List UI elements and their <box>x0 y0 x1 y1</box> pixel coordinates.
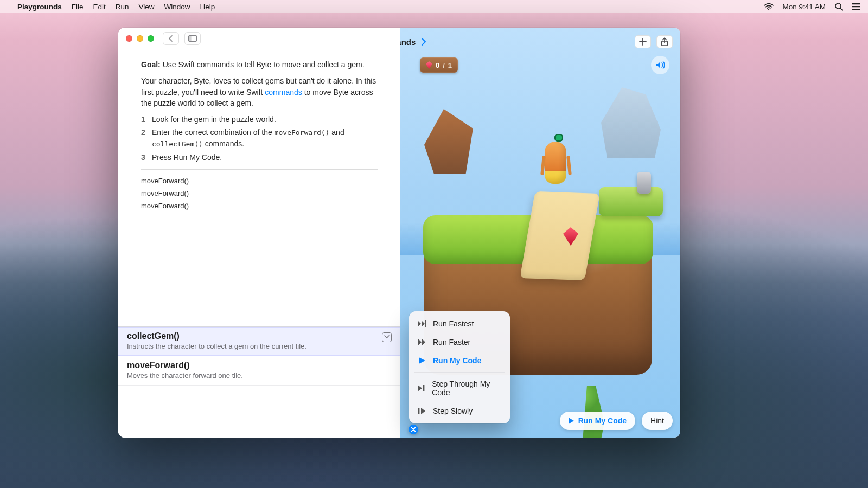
svg-rect-6 <box>189 35 192 41</box>
step-slowly-option[interactable]: Step Slowly <box>409 402 510 420</box>
svg-rect-4 <box>852 9 860 10</box>
app-menu[interactable]: Playgrounds <box>17 3 62 11</box>
menu-window[interactable]: Window <box>164 3 190 11</box>
completion-desc: Instructs the character to collect a gem… <box>127 342 392 350</box>
completion-title: collectGem() <box>127 331 392 341</box>
button-label: Hint <box>650 416 664 425</box>
chevron-right-icon[interactable] <box>421 38 426 46</box>
code-editor[interactable]: moveForward() moveForward() moveForward(… <box>141 176 378 211</box>
button-label: Run My Code <box>578 416 627 425</box>
divider <box>141 169 378 170</box>
completion-item[interactable]: moveForward() Moves the character forwar… <box>118 356 400 386</box>
menu-label: Run My Code <box>433 356 481 365</box>
fast-forward-icon <box>418 339 426 345</box>
lesson-text: and <box>329 128 344 137</box>
minimize-window[interactable] <box>137 35 143 42</box>
close-popover-button[interactable] <box>409 425 418 434</box>
menu-label: Step Slowly <box>433 407 473 415</box>
completion-item[interactable]: collectGem() Instructs the character to … <box>118 327 400 356</box>
svg-rect-10 <box>418 408 419 414</box>
svg-rect-3 <box>852 6 860 7</box>
page-title[interactable]: Issuing Commands <box>400 37 416 47</box>
inline-code: collectGem() <box>152 140 203 148</box>
window-controls <box>126 35 157 42</box>
step-slow-icon <box>418 408 426 414</box>
menubar-clock[interactable]: Mon 9:41 AM <box>782 3 826 11</box>
menu-separator <box>414 372 505 373</box>
play-icon <box>418 357 426 364</box>
code-line[interactable]: moveForward() <box>141 189 378 199</box>
goal-text: Use Swift commands to tell Byte to move … <box>163 60 365 69</box>
lesson-paragraph: Your character, Byte, loves to collect g… <box>141 75 378 108</box>
menu-file[interactable]: File <box>72 3 84 11</box>
menu-label: Run Faster <box>433 338 470 346</box>
lesson-content: Goal: Use Swift commands to tell Byte to… <box>118 49 400 217</box>
gems-separator: / <box>443 61 445 69</box>
code-line[interactable]: moveForward() <box>141 176 378 187</box>
run-bar: Run My Code Hint <box>560 412 673 430</box>
lesson-steps: Look for the gem in the puzzle world. En… <box>141 114 378 163</box>
run-my-code-button[interactable]: Run My Code <box>560 412 635 430</box>
nav-back-button[interactable] <box>163 32 179 45</box>
gems-current: 0 <box>436 61 439 69</box>
spotlight-icon[interactable] <box>834 2 843 11</box>
menu-help[interactable]: Help <box>200 3 215 11</box>
gems-total: 1 <box>448 61 452 69</box>
menu-edit[interactable]: Edit <box>93 3 106 11</box>
lesson-text: Enter the correct combination of the <box>152 128 275 137</box>
desktop: Playgrounds File Edit Run View Window He… <box>0 0 868 488</box>
byte-character <box>538 134 574 199</box>
playgrounds-window: Goal: Use Swift commands to tell Byte to… <box>118 28 680 438</box>
editor-pane: Goal: Use Swift commands to tell Byte to… <box>118 28 400 438</box>
completion-desc: Moves the character forward one tile. <box>127 371 392 380</box>
lesson-step-1: Look for the gem in the puzzle world. <box>141 114 378 125</box>
gem-icon <box>563 227 578 246</box>
svg-rect-2 <box>852 3 860 4</box>
fast-forward-icon <box>418 320 426 327</box>
control-center-icon[interactable] <box>852 3 860 10</box>
run-options-popover: Run Fastest Run Faster Run My Code Step … <box>409 311 510 423</box>
lesson-text: commands. <box>203 139 244 148</box>
inline-code: moveForward() <box>275 129 330 137</box>
completion-title: moveForward() <box>127 361 392 370</box>
svg-rect-9 <box>423 385 424 391</box>
chevron-down-icon[interactable] <box>382 332 392 342</box>
step-icon <box>418 385 425 391</box>
toggle-sidebar-button[interactable] <box>184 32 201 45</box>
share-button[interactable] <box>656 35 673 48</box>
play-icon <box>569 418 574 424</box>
lesson-step-2: Enter the correct combination of the mov… <box>141 127 378 150</box>
menu-label: Step Through My Code <box>432 380 501 397</box>
left-toolbar <box>118 28 400 49</box>
code-completion-panel: collectGem() Instructs the character to … <box>118 326 400 438</box>
gem-icon <box>426 61 432 69</box>
menu-run[interactable]: Run <box>116 3 129 11</box>
menubar: Playgrounds File Edit Run View Window He… <box>0 0 868 13</box>
breadcrumb: Issuing Commands <box>400 37 426 47</box>
add-button[interactable] <box>635 35 651 48</box>
menu-label: Run Fastest <box>433 319 474 328</box>
menu-view[interactable]: View <box>139 3 155 11</box>
close-window[interactable] <box>126 35 132 42</box>
lesson-step-3: Press Run My Code. <box>141 152 378 163</box>
gem-counter: 0/1 <box>420 57 458 73</box>
hint-button[interactable]: Hint <box>642 412 673 430</box>
run-my-code-option[interactable]: Run My Code <box>409 351 510 370</box>
goal-label: Goal: <box>141 60 161 69</box>
commands-link[interactable]: commands <box>265 88 302 97</box>
run-faster-option[interactable]: Run Faster <box>409 333 510 351</box>
zoom-window[interactable] <box>148 35 154 42</box>
step-through-option[interactable]: Step Through My Code <box>409 375 510 402</box>
svg-point-0 <box>768 9 769 10</box>
wifi-icon[interactable] <box>764 3 774 10</box>
code-line[interactable]: moveForward() <box>141 201 378 211</box>
right-toolbar: Issuing Commands <box>400 32 680 52</box>
audio-toggle[interactable] <box>651 56 669 74</box>
run-fastest-option[interactable]: Run Fastest <box>409 314 510 333</box>
svg-rect-8 <box>425 320 426 327</box>
